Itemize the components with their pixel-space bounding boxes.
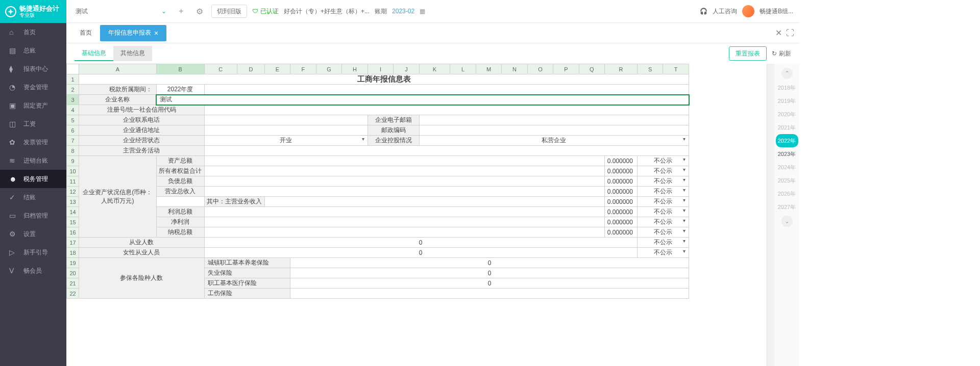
row-22[interactable]: 22	[67, 289, 79, 299]
row-7[interactable]: 7	[67, 136, 79, 146]
add-icon[interactable]: +	[175, 5, 188, 18]
nav-工资[interactable]: ◫工资	[0, 115, 66, 133]
tab-report[interactable]: 年报信息申报表×	[100, 25, 166, 41]
row-3[interactable]: 3	[67, 95, 79, 105]
logo: ✦ 畅捷通好会计专业版	[0, 0, 66, 23]
year-2023年[interactable]: 2023年	[776, 147, 798, 161]
year-2020年[interactable]: 2020年	[776, 108, 798, 121]
year-up-icon[interactable]: ⌃	[781, 68, 793, 79]
nav-icon: ▭	[9, 212, 18, 220]
nav-归档管理[interactable]: ▭归档管理	[0, 206, 66, 225]
row-19[interactable]: 19	[67, 258, 79, 268]
row-21[interactable]: 21	[67, 278, 79, 289]
col-N[interactable]: N	[502, 64, 527, 74]
nav-发票管理[interactable]: ✿发票管理	[0, 133, 66, 151]
certified-badge: 🛡已认证	[252, 7, 279, 16]
corner-cell[interactable]	[67, 64, 79, 74]
nav-设置[interactable]: ⚙设置	[0, 225, 66, 243]
row-18[interactable]: 18	[67, 248, 79, 258]
nav-label: 报表中心	[23, 65, 48, 73]
spreadsheet[interactable]: ABCDEFGHIJKLMNOPQRST 1工商年报信息表2税款所属期间：202…	[66, 64, 689, 299]
col-G[interactable]: G	[316, 64, 341, 74]
row-11[interactable]: 11	[67, 176, 79, 187]
nav-畅会员[interactable]: V畅会员	[0, 262, 66, 280]
nav-label: 归档管理	[23, 212, 48, 220]
nav-资金管理[interactable]: ◔资金管理	[0, 78, 66, 96]
col-E[interactable]: E	[264, 64, 290, 74]
reset-button[interactable]: 重置报表	[729, 46, 767, 61]
headset-icon[interactable]: 🎧	[700, 8, 707, 15]
row-1[interactable]: 1	[67, 74, 79, 85]
nav-icon: ⌂	[9, 28, 18, 36]
logo-icon: ✦	[5, 6, 16, 17]
row-5[interactable]: 5	[67, 115, 79, 125]
scrollbar[interactable]	[767, 64, 774, 366]
col-P[interactable]: P	[553, 64, 579, 74]
row-8[interactable]: 8	[67, 146, 79, 156]
manual-link[interactable]: 人工咨询	[713, 7, 737, 16]
row-12[interactable]: 12	[67, 187, 79, 197]
tab-home[interactable]: 首页	[71, 25, 100, 41]
nav-新手引导[interactable]: ▷新手引导	[0, 243, 66, 262]
year-2027年[interactable]: 2027年	[776, 200, 798, 214]
col-S[interactable]: S	[637, 64, 663, 74]
col-Q[interactable]: Q	[579, 64, 604, 74]
row-2[interactable]: 2	[67, 85, 79, 95]
row-17[interactable]: 17	[67, 238, 79, 248]
nav-首页[interactable]: ⌂首页	[0, 23, 66, 41]
nav-税务管理[interactable]: ☻税务管理	[0, 170, 66, 188]
year-2019年[interactable]: 2019年	[776, 94, 798, 108]
col-F[interactable]: F	[290, 64, 316, 74]
user-name[interactable]: 畅捷通B组...	[760, 7, 793, 16]
year-2021年[interactable]: 2021年	[776, 121, 798, 134]
refresh-button[interactable]: ↻刷新	[772, 49, 791, 58]
close-icon[interactable]: ×	[154, 29, 158, 37]
company-select[interactable]: 测试⌄	[72, 4, 169, 18]
col-D[interactable]: D	[237, 64, 265, 74]
col-I[interactable]: I	[368, 64, 393, 74]
col-O[interactable]: O	[527, 64, 553, 74]
calendar-icon[interactable]: ▦	[420, 8, 425, 15]
nav-进销台账[interactable]: ≋进销台账	[0, 151, 66, 170]
year-down-icon[interactable]: ⌄	[781, 216, 793, 227]
avatar[interactable]	[742, 5, 754, 17]
year-2018年[interactable]: 2018年	[776, 81, 798, 94]
row-4[interactable]: 4	[67, 105, 79, 115]
row-20[interactable]: 20	[67, 268, 79, 278]
col-K[interactable]: K	[419, 64, 450, 74]
col-H[interactable]: H	[342, 64, 368, 74]
nav-结账[interactable]: ✓结账	[0, 188, 66, 206]
row-13[interactable]: 13	[67, 197, 79, 207]
col-M[interactable]: M	[476, 64, 501, 74]
year-2022年[interactable]: 2022年	[776, 134, 798, 147]
fullscreen-icon[interactable]: ⛶	[786, 29, 794, 38]
gear-icon[interactable]: ⚙	[193, 5, 206, 18]
nav-固定资产[interactable]: ▣固定资产	[0, 96, 66, 115]
col-A[interactable]: A	[79, 64, 156, 74]
col-C[interactable]: C	[204, 64, 237, 74]
subtab-other[interactable]: 其他信息	[113, 46, 152, 61]
row-10[interactable]: 10	[67, 166, 79, 176]
col-L[interactable]: L	[450, 64, 476, 74]
row-6[interactable]: 6	[67, 125, 79, 136]
col-J[interactable]: J	[394, 64, 419, 74]
nav-label: 结账	[23, 193, 36, 202]
year-2025年[interactable]: 2025年	[776, 174, 798, 187]
row-14[interactable]: 14	[67, 207, 79, 217]
subtab-basic[interactable]: 基础信息	[75, 46, 113, 61]
col-T[interactable]: T	[663, 64, 689, 74]
year-2024年[interactable]: 2024年	[776, 161, 798, 174]
nav-报表中心[interactable]: ⧫报表中心	[0, 60, 66, 78]
col-B[interactable]: B	[156, 64, 204, 74]
period-value[interactable]: 2023-02	[392, 8, 414, 15]
nav-总账[interactable]: ▤总账	[0, 41, 66, 60]
row-16[interactable]: 16	[67, 227, 79, 238]
switch-old-button[interactable]: 切到旧版	[211, 5, 247, 18]
row-9[interactable]: 9	[67, 156, 79, 166]
year-2026年[interactable]: 2026年	[776, 187, 798, 200]
col-R[interactable]: R	[605, 64, 638, 74]
row-15[interactable]: 15	[67, 217, 79, 227]
nav-icon: ⧫	[9, 65, 18, 73]
close-all-icon[interactable]: ✕	[775, 28, 782, 38]
nav-icon: ▷	[9, 248, 18, 256]
